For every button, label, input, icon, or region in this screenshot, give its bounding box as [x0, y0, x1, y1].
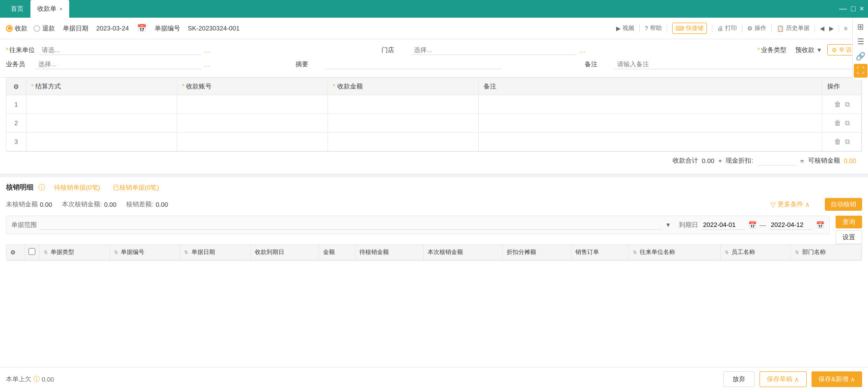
- nav-home[interactable]: 首页: [4, 0, 30, 18]
- bottom-th-partner[interactable]: 往来单位名称: [629, 245, 721, 260]
- plus-sign: +: [718, 157, 722, 165]
- radio-tuikuan-label: 退款: [42, 24, 55, 33]
- side-icon-link[interactable]: 🔗: [854, 49, 868, 63]
- minimize-btn[interactable]: —: [839, 4, 847, 13]
- staff-label: 业务员: [6, 60, 35, 69]
- bottom-th-num[interactable]: 单据编号: [109, 245, 180, 260]
- store-input[interactable]: [411, 45, 577, 55]
- current-value: 0.00: [104, 201, 116, 208]
- history-btn[interactable]: 📋 历史单据: [777, 24, 810, 32]
- cell-actions-2: 🗑 ⧉: [822, 114, 862, 133]
- table-settings-th[interactable]: ⚙: [6, 78, 26, 95]
- date-from-input[interactable]: [701, 220, 745, 230]
- print-btn[interactable]: 🖨 打印: [717, 24, 737, 32]
- bottom-table-area: ⚙ 单据类型 单据编号 单据日期: [6, 244, 862, 261]
- scope-chevron[interactable]: ▼: [665, 222, 671, 228]
- staff-field: 业务员 …: [6, 59, 212, 69]
- radio-shoukuan-dot: [6, 25, 13, 32]
- business-type-chevron[interactable]: ▼: [816, 47, 822, 54]
- select-all-checkbox[interactable]: [28, 248, 35, 255]
- cell-account-3[interactable]: [177, 133, 327, 151]
- summary-label: 摘要: [296, 60, 325, 69]
- bottom-info-icon[interactable]: ⓘ: [33, 375, 40, 384]
- cell-settlement-1[interactable]: [26, 95, 177, 114]
- cal-to-icon[interactable]: 📅: [816, 221, 824, 229]
- draft-btn[interactable]: 保存草稿 ∧: [760, 371, 807, 387]
- auto-btn[interactable]: 自动核销: [825, 198, 862, 211]
- copy-icon-2[interactable]: ⧉: [845, 119, 850, 127]
- verifiable-value: 0.00: [844, 157, 856, 165]
- copy-icon-1[interactable]: ⧉: [845, 100, 850, 109]
- radio-tuikuan[interactable]: 退款: [33, 24, 55, 33]
- cell-amount-3[interactable]: [327, 133, 478, 151]
- store-more-btn[interactable]: …: [577, 46, 588, 54]
- abandon-btn[interactable]: 放弃: [723, 371, 755, 387]
- maximize-btn[interactable]: □: [851, 4, 856, 13]
- tab-close-icon[interactable]: ×: [59, 6, 62, 12]
- delete-icon-2[interactable]: 🗑: [834, 119, 841, 127]
- staff-more-btn[interactable]: …: [201, 60, 212, 68]
- single-date-label: 单据日期: [63, 24, 88, 33]
- bottom-info-value: 0.00: [42, 376, 54, 383]
- bottom-th-date[interactable]: 单据日期: [180, 245, 250, 260]
- uncored-value: 0.00: [40, 201, 52, 208]
- pending-tab[interactable]: 待核销单据(0笔): [50, 182, 104, 193]
- operate-btn[interactable]: ⚙ 操作: [747, 24, 766, 32]
- partner-input[interactable]: [39, 45, 201, 55]
- nav-left-btn[interactable]: ◀: [820, 25, 824, 32]
- scope-select[interactable]: [40, 220, 662, 230]
- date-to-input[interactable]: [769, 220, 813, 230]
- core-info-icon[interactable]: ⓘ: [38, 183, 45, 192]
- cell-actions-3: 🗑 ⧉: [822, 133, 862, 151]
- more-conditions-btn[interactable]: ▽ 更多条件 ∧: [771, 200, 810, 209]
- cell-remark-1[interactable]: [479, 95, 822, 114]
- uncored-stat: 未核销金额 0.00: [6, 200, 52, 209]
- calendar-icon[interactable]: 📅: [137, 24, 147, 33]
- layout-btn[interactable]: ≡: [844, 25, 847, 32]
- delete-icon-3[interactable]: 🗑: [834, 138, 841, 146]
- bottom-th-staff[interactable]: 员工名称: [721, 245, 791, 260]
- shortcut-btn[interactable]: ⌨ 快捷键: [672, 23, 707, 34]
- verifiable-label: 可核销金额: [808, 156, 840, 165]
- nav-right-btn[interactable]: ▶: [829, 25, 834, 32]
- discount-input[interactable]: [757, 156, 796, 166]
- filter-setting-btn[interactable]: 设置: [836, 230, 862, 244]
- cell-settlement-3[interactable]: [26, 133, 177, 151]
- remark-input[interactable]: [614, 59, 862, 69]
- form-row-2: 业务员 … 摘要 备注: [6, 59, 862, 69]
- bottom-th-gear[interactable]: ⚙: [6, 245, 24, 260]
- cell-settlement-2[interactable]: [26, 114, 177, 133]
- query-btn[interactable]: 查询: [836, 216, 862, 228]
- side-icon-grid[interactable]: ⊞: [854, 20, 868, 33]
- copy-icon-3[interactable]: ⧉: [845, 138, 850, 146]
- nav-tab-shoukuan[interactable]: 收款单 ×: [30, 0, 69, 18]
- cell-remark-3[interactable]: [479, 133, 822, 151]
- done-tab[interactable]: 已核销单据(0笔): [109, 182, 163, 193]
- radio-shoukuan[interactable]: 收款: [6, 24, 27, 33]
- video-btn[interactable]: ▶ 视频: [616, 24, 634, 32]
- bottom-th-type[interactable]: 单据类型: [39, 245, 109, 260]
- cell-remark-2[interactable]: [479, 114, 822, 133]
- summary-input[interactable]: [325, 59, 502, 69]
- save-new-btn[interactable]: 保存&新增 ∧: [812, 371, 862, 387]
- bottom-th-dept[interactable]: 部门名称: [791, 245, 862, 260]
- side-icon-expand[interactable]: ⛶: [854, 64, 868, 78]
- partner-more-btn[interactable]: …: [201, 46, 212, 54]
- cell-amount-2[interactable]: [327, 114, 478, 133]
- window-close-btn[interactable]: ×: [860, 4, 864, 13]
- divider7: [839, 25, 839, 32]
- store-field: 门店 …: [381, 45, 588, 55]
- cell-amount-1[interactable]: [327, 95, 478, 114]
- staff-input[interactable]: [35, 59, 201, 69]
- cell-account-1[interactable]: [177, 95, 327, 114]
- side-icon-list[interactable]: ☰: [854, 34, 868, 48]
- delete-icon-1[interactable]: 🗑: [834, 100, 841, 109]
- current-label: 本次核销金额:: [62, 200, 102, 209]
- th-settlement: * 结算方式: [26, 78, 177, 95]
- radio-tuikuan-dot: [33, 25, 40, 32]
- cell-account-2[interactable]: [177, 114, 327, 133]
- print-icon: 🖨: [717, 25, 723, 32]
- core-title: 核销明细: [6, 183, 33, 192]
- cal-from-icon[interactable]: 📅: [748, 221, 757, 229]
- help-btn[interactable]: ? 帮助: [645, 24, 662, 32]
